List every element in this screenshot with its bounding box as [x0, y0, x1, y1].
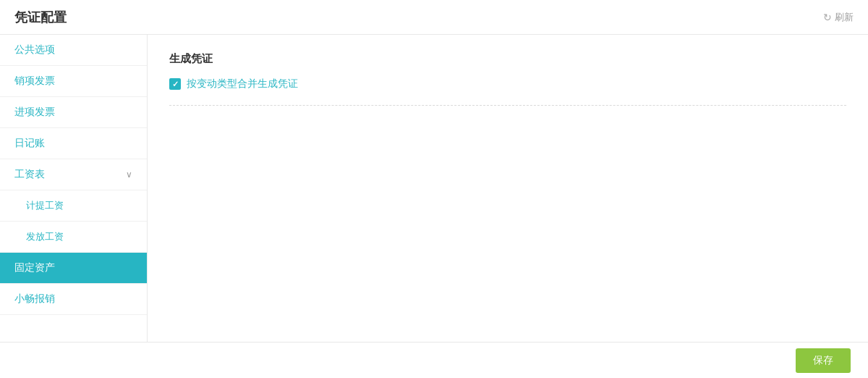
merge-by-type-row[interactable]: 按变动类型合并生成凭证 — [169, 77, 846, 91]
sidebar-item-calc-salary[interactable]: 计提工资 — [0, 190, 147, 222]
sidebar-item-label: 公共选项 — [14, 43, 55, 56]
sidebar-item-fixed-assets[interactable]: 固定资产 — [0, 253, 147, 284]
page-header: 凭证配置 ↻ 刷新 — [0, 0, 868, 35]
refresh-button[interactable]: ↻ 刷新 — [823, 11, 854, 24]
main-layout: 公共选项销项发票进项发票日记账工资表∨计提工资发放工资固定资产小畅报销 生成凭证… — [0, 35, 868, 342]
save-button[interactable]: 保存 — [796, 348, 851, 373]
section-divider — [169, 105, 846, 106]
refresh-label: 刷新 — [835, 11, 854, 24]
sidebar-item-public-options[interactable]: 公共选项 — [0, 35, 147, 66]
page-footer: 保存 — [0, 342, 868, 378]
sidebar-item-label: 工资表 — [14, 168, 45, 181]
sidebar-item-label: 固定资产 — [14, 261, 55, 274]
content-area: 生成凭证 按变动类型合并生成凭证 — [148, 35, 868, 342]
sidebar-item-label: 销项发票 — [14, 75, 55, 88]
sidebar-item-label: 进项发票 — [14, 106, 55, 119]
sidebar: 公共选项销项发票进项发票日记账工资表∨计提工资发放工资固定资产小畅报销 — [0, 35, 148, 342]
sidebar-item-pay-salary[interactable]: 发放工资 — [0, 222, 147, 253]
sidebar-item-label: 日记账 — [14, 137, 45, 150]
sidebar-item-label: 小畅报销 — [14, 293, 55, 306]
merge-by-type-label: 按变动类型合并生成凭证 — [187, 77, 298, 91]
sidebar-item-purchase-invoice[interactable]: 进项发票 — [0, 97, 147, 128]
merge-by-type-checkbox[interactable] — [169, 78, 181, 90]
refresh-icon: ↻ — [823, 12, 832, 23]
sidebar-item-label: 计提工资 — [26, 199, 64, 212]
sidebar-item-journal[interactable]: 日记账 — [0, 128, 147, 159]
sidebar-item-payroll-table[interactable]: 工资表∨ — [0, 159, 147, 190]
sidebar-item-expense-report[interactable]: 小畅报销 — [0, 284, 147, 315]
section-title: 生成凭证 — [169, 52, 846, 66]
page-title: 凭证配置 — [14, 9, 67, 26]
sidebar-item-sales-invoice[interactable]: 销项发票 — [0, 66, 147, 97]
sidebar-item-label: 发放工资 — [26, 230, 64, 243]
chevron-down-icon: ∨ — [126, 169, 132, 180]
